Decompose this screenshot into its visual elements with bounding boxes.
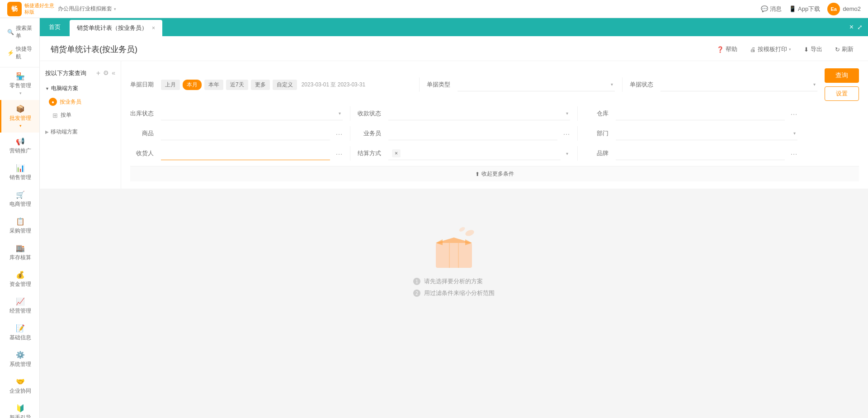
receipt-status-chevron: ▾: [566, 111, 568, 116]
goods-input[interactable]: [161, 127, 330, 140]
sidebar-item-label: 资金管理: [9, 280, 31, 288]
collapse-scheme-btn[interactable]: «: [112, 69, 115, 77]
brand-input[interactable]: [616, 147, 785, 160]
receipt-status-select[interactable]: ▾: [388, 107, 570, 120]
export-btn[interactable]: ⬇ 导出: [800, 43, 826, 55]
refresh-btn[interactable]: ↻ 刷新: [831, 43, 857, 55]
sidebar-item-marketing[interactable]: 📢 营销推广: [0, 133, 39, 159]
settlement-tag-close[interactable]: ×: [395, 150, 398, 157]
out-status-label: 出库状态: [130, 109, 157, 118]
warehouse-input[interactable]: [616, 107, 785, 120]
sidebar-item-inventory[interactable]: 🏬 库存核算: [0, 239, 39, 266]
sidebar-item-basics[interactable]: 📝 基础信息: [0, 319, 39, 346]
sidebar-item-enterprise[interactable]: 🤝 企业协同: [0, 373, 39, 399]
doc-status-select[interactable]: ▾: [660, 78, 817, 91]
inventory-icon: 🏬: [16, 244, 25, 252]
add-scheme-btn[interactable]: +: [96, 69, 100, 77]
mobile-solution-group: ▶ 移动端方案: [40, 124, 121, 140]
tab-home[interactable]: 首页: [40, 18, 70, 36]
mobile-group-header[interactable]: ▶ 移动端方案: [40, 125, 121, 138]
user-menu[interactable]: Ea demo2: [827, 3, 861, 15]
row4-divider1: [350, 146, 350, 161]
date-section: 上月 本月 本年 近7天 更多 自定义 2023-03-01 至 2023-03…: [161, 80, 365, 90]
app-download-btn[interactable]: 📱 App下载: [789, 5, 820, 13]
wholesale-icon: 📦: [16, 104, 25, 113]
doc-type-label: 单据类型: [427, 81, 454, 89]
empty-step2-text: 用过滤条件来缩小分析范围: [424, 289, 495, 297]
tab-close-btn[interactable]: ×: [152, 25, 155, 31]
settlement-select[interactable]: ▾: [564, 147, 570, 160]
mobile-group-label: 移动端方案: [51, 128, 78, 136]
settings-scheme-btn[interactable]: ⚙: [103, 69, 109, 77]
sidebar-item-system[interactable]: ⚙️ 系统管理: [0, 346, 39, 373]
doc-status-chevron: ▾: [813, 82, 816, 87]
desktop-group-header[interactable]: ▼ 电脑端方案: [40, 82, 121, 95]
window-close-btn[interactable]: ×: [849, 23, 854, 31]
settlement-wrapper: ×: [388, 147, 561, 160]
doc-type-select[interactable]: ▾: [458, 78, 614, 91]
collapse-bar[interactable]: ⬆ 收起更多条件: [130, 166, 859, 181]
date-btn-last-month[interactable]: 上月: [161, 80, 180, 90]
dept-field: 部门 ▾: [585, 126, 797, 141]
sidebar-item-sales[interactable]: 📊 销售管理: [0, 159, 39, 186]
sidebar-item-retail[interactable]: 🏪 零售管理 ▾: [0, 67, 39, 100]
query-btn[interactable]: 查询: [825, 68, 859, 83]
staff-input[interactable]: [388, 127, 557, 140]
date-btn-current-month[interactable]: 本月: [183, 80, 202, 90]
search-menu-item[interactable]: 🔍 搜索菜单: [4, 22, 36, 43]
date-btn-more[interactable]: 更多: [251, 80, 270, 90]
settings-btn[interactable]: 设置: [825, 86, 859, 101]
app-container: 畅 畅捷通好生意 标版 办公用品行业模拟账套 ▾ 💬 消息 📱 App下载: [0, 0, 868, 418]
refresh-icon: ↻: [835, 46, 840, 53]
quick-nav-label: 快捷导航: [16, 45, 32, 61]
app-title-dropdown[interactable]: 办公用品行业模拟账套 ▾: [58, 5, 116, 13]
tab-active[interactable]: 销货单统计表（按业务员） ×: [70, 20, 162, 36]
goods-more-btn[interactable]: …: [335, 129, 343, 138]
filter-row-4: 收货人 … 结算方式 ×: [130, 146, 859, 161]
sub-item-by-order[interactable]: ⊞ 按单: [40, 109, 121, 122]
arrow-right-icon: ▶: [45, 129, 49, 134]
sidebar-item-finance[interactable]: 💰 资金管理: [0, 266, 39, 293]
filter-row-3: 商品 … 业务员 … 部: [130, 126, 859, 141]
date-label: 单据日期: [130, 81, 157, 89]
settlement-label: 结算方式: [358, 149, 385, 157]
system-icon: ⚙️: [16, 351, 25, 359]
quick-nav-item[interactable]: ⚡ 快捷导航: [4, 43, 36, 63]
settlement-chevron: ▾: [566, 151, 568, 156]
window-max-btn[interactable]: ⤢: [857, 24, 863, 31]
purchase-icon: 📋: [16, 217, 25, 226]
dept-select[interactable]: ▾: [616, 127, 797, 140]
sidebar-item-label: 企业协同: [9, 387, 31, 395]
brand-more-btn[interactable]: …: [790, 149, 797, 158]
wholesale-arrow: ▾: [19, 124, 22, 128]
warehouse-more-btn[interactable]: …: [790, 109, 797, 118]
consignee-input[interactable]: [161, 147, 330, 160]
collapse-label: 收起更多条件: [481, 170, 514, 178]
date-btn-custom[interactable]: 自定义: [273, 80, 297, 90]
staff-more-btn[interactable]: …: [563, 129, 570, 138]
sidebar-item-label: 新手引导: [9, 414, 31, 418]
app-title-text: 办公用品行业模拟账套: [58, 5, 112, 13]
sidebar-item-wholesale[interactable]: 📦 批发管理 ▾: [0, 100, 39, 133]
sidebar-item-operation[interactable]: 📈 经营管理: [0, 293, 39, 319]
sales-icon: 📊: [16, 164, 25, 172]
sidebar-item-ecommerce[interactable]: 🛒 电商管理: [0, 186, 39, 213]
date-btn-last-7-days[interactable]: 近7天: [226, 80, 248, 90]
consignee-more-btn[interactable]: …: [335, 149, 343, 158]
date-btn-current-year[interactable]: 本年: [204, 80, 223, 90]
logo-text: 畅捷通好生意 标版: [24, 3, 54, 14]
filter-row-2: 出库状态 ▾ 收款状态 ▾: [130, 106, 859, 121]
sidebar-item-purchase[interactable]: 📋 采购管理: [0, 213, 39, 239]
main-layout: 🔍 搜索菜单 ⚡ 快捷导航 🏪 零售管理 ▾ 📦 批发管理 ▾: [0, 18, 868, 418]
out-status-field: 出库状态 ▾: [130, 106, 343, 121]
message-btn[interactable]: 💬 消息: [761, 5, 782, 13]
sidebar-item-newbie[interactable]: 🔰 新手引导: [0, 399, 39, 418]
help-btn[interactable]: ❓ 帮助: [713, 43, 741, 55]
refresh-label: 刷新: [842, 45, 854, 53]
out-status-select[interactable]: ▾: [161, 107, 343, 120]
solution-item-by-staff[interactable]: ● 按业务员: [40, 95, 121, 109]
logo-icon: 畅: [7, 2, 22, 16]
template-print-btn[interactable]: 🖨 按模板打印 ▾: [746, 43, 795, 55]
tab-active-label: 销货单统计表（按业务员）: [77, 24, 147, 32]
message-icon: 💬: [761, 5, 768, 12]
